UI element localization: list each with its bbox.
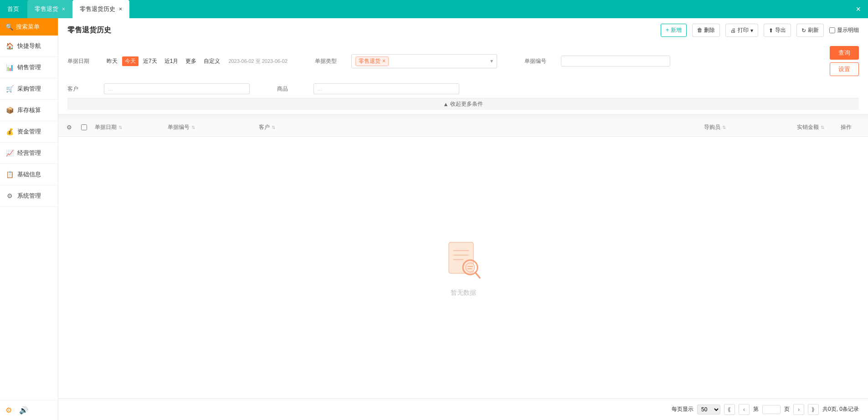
purchase-icon: 🛒 (5, 85, 14, 93)
sidebar-item-finance-label: 资金管理 (17, 128, 41, 136)
page-header: 零售退货历史 + 新增 🗑 删除 🖨 打印 ▾ ⬆ 导出 ↻ (58, 18, 868, 115)
delete-button[interactable]: 🗑 删除 (692, 24, 720, 37)
sidebar-item-quick-nav[interactable]: 🏠 快捷导航 (0, 36, 58, 57)
select-all-checkbox[interactable] (81, 124, 87, 130)
th-amount[interactable]: 实销金额 ⇅ (773, 123, 828, 131)
sidebar-item-quick-nav-label: 快捷导航 (17, 42, 41, 50)
print-label: 打印 (738, 26, 749, 34)
sidebar-item-purchase-mgmt[interactable]: 🛒 采购管理 (0, 78, 58, 100)
sidebar-bottom: ⚙ 🔊 (0, 400, 58, 420)
collapse-btn[interactable]: ▲ 收起更多条件 (67, 98, 859, 110)
sidebar-item-sys-mgmt[interactable]: ⚙ 系统管理 (0, 185, 58, 207)
print-button[interactable]: 🖨 打印 ▾ (725, 24, 758, 37)
display-detail-toggle[interactable]: 显示明细 (829, 26, 859, 34)
settings-icon[interactable]: ⚙ (5, 406, 12, 415)
svg-line-6 (475, 272, 480, 278)
close-all-btn[interactable]: × (856, 5, 861, 14)
display-detail-checkbox[interactable] (829, 27, 835, 33)
billno-input[interactable] (561, 56, 670, 67)
table-area: ⚙ 单据日期 ⇅ 单据编号 ⇅ 客户 ⇅ 导购员 ⇅ (58, 118, 868, 420)
sidebar-item-finance[interactable]: 💰 资金管理 (0, 121, 58, 143)
page-prev-btn[interactable]: ‹ (739, 404, 750, 415)
main-layout: 🔍 搜索菜单 🏠 快捷导航 📊 销售管理 🛒 采购管理 📦 库存核算 💰 资金管… (0, 18, 868, 420)
collapse-label: 收起更多条件 (450, 100, 483, 108)
per-page-label: 每页显示 (672, 405, 693, 413)
th-amount-sort: ⇅ (821, 125, 824, 130)
tab-retail-return-history[interactable]: 零售退货历史 × (72, 0, 129, 18)
tab-retail-return-history-label: 零售退货历史 (80, 5, 115, 13)
sidebar-item-purchase-mgmt-label: 采购管理 (17, 85, 41, 93)
sidebar-item-operations[interactable]: 📈 经营管理 (0, 143, 58, 164)
goods-dots: ... (318, 86, 322, 92)
th-date[interactable]: 单据日期 ⇅ (91, 123, 164, 131)
page-last-btn[interactable]: ⟫ (808, 404, 819, 415)
goods-select[interactable]: ... (313, 83, 459, 94)
date-label: 单据日期 (67, 57, 104, 65)
display-detail-label: 显示明细 (837, 26, 859, 34)
filter-row-2: 客户 ... 商品 ... (67, 80, 859, 98)
date-opt-more[interactable]: 更多 (183, 56, 199, 66)
date-opt-today[interactable]: 今天 (122, 56, 139, 66)
date-range: 2023-06-02 至 2023-06-02 (228, 58, 288, 65)
page-title-row: 零售退货历史 + 新增 🗑 删除 🖨 打印 ▾ ⬆ 导出 ↻ (67, 24, 859, 37)
sidebar-item-sys-mgmt-label: 系统管理 (17, 192, 41, 200)
sidebar-item-operations-label: 经营管理 (17, 149, 41, 157)
sales-icon: 📊 (5, 63, 14, 72)
page-next-btn[interactable]: › (793, 404, 804, 415)
tab-retail-return-label: 零售退货 (35, 5, 58, 13)
type-select[interactable]: 零售退货 × ▾ (351, 54, 497, 68)
new-button[interactable]: + 新增 (661, 24, 686, 37)
th-customer-sort: ⇅ (272, 125, 275, 130)
date-opt-yesterday[interactable]: 昨天 (104, 56, 120, 66)
customer-select[interactable]: ... (104, 83, 250, 94)
total-info: 共0页, 0条记录 (822, 405, 859, 413)
table-select-all[interactable] (77, 124, 91, 130)
print-arrow: ▾ (750, 27, 753, 34)
th-guide-label: 导购员 (704, 123, 720, 131)
th-number[interactable]: 单据编号 ⇅ (164, 123, 255, 131)
page-label: 第 (753, 405, 759, 413)
sidebar-search-label: 搜索菜单 (16, 23, 40, 31)
export-button[interactable]: ⬆ 导出 (764, 24, 791, 37)
th-date-label: 单据日期 (95, 123, 117, 131)
page-input[interactable]: 1 (762, 405, 781, 414)
th-guide[interactable]: 导购员 ⇅ (700, 123, 773, 131)
th-customer[interactable]: 客户 ⇅ (255, 123, 700, 131)
query-button[interactable]: 查询 (830, 46, 859, 60)
type-select-arrow: ▾ (490, 58, 493, 64)
type-tag-close[interactable]: × (382, 58, 385, 64)
th-date-sort: ⇅ (118, 125, 122, 130)
customer-dots: ... (108, 86, 113, 92)
tab-retail-return[interactable]: 零售退货 × (27, 0, 72, 18)
inventory-icon: 📦 (5, 106, 14, 114)
sidebar-item-sales-mgmt[interactable]: 📊 销售管理 (0, 57, 58, 78)
page-first-btn[interactable]: ⟪ (724, 404, 735, 415)
tab-retail-return-close[interactable]: × (62, 6, 65, 12)
page-title: 零售退货历史 (67, 26, 111, 35)
goods-label: 商品 (277, 85, 313, 93)
finance-icon: 💰 (5, 128, 14, 136)
sidebar-search[interactable]: 🔍 搜索菜单 (0, 18, 58, 36)
audio-icon[interactable]: 🔊 (19, 406, 28, 415)
tab-home[interactable]: 首页 (0, 0, 26, 18)
print-icon: 🖨 (730, 27, 736, 34)
tab-retail-return-history-close[interactable]: × (119, 6, 122, 12)
table-header: ⚙ 单据日期 ⇅ 单据编号 ⇅ 客户 ⇅ 导购员 ⇅ (58, 118, 868, 137)
date-opt-custom[interactable]: 自定义 (201, 56, 223, 66)
sidebar-item-base-info[interactable]: 📋 基础信息 (0, 164, 58, 185)
date-opt-7days[interactable]: 近7天 (140, 56, 160, 66)
per-page-select[interactable]: 50 20 100 (697, 405, 720, 415)
export-icon: ⬆ (769, 27, 773, 34)
billno-label: 单据编号 (524, 57, 561, 65)
th-number-sort: ⇅ (191, 125, 195, 130)
empty-text: 暂无数据 (451, 289, 476, 297)
content-area: 零售退货历史 + 新增 🗑 删除 🖨 打印 ▾ ⬆ 导出 ↻ (58, 18, 868, 420)
empty-state: 暂无数据 (58, 137, 868, 398)
setting-button[interactable]: 设置 (830, 62, 859, 76)
sidebar-item-inventory-label: 库存核算 (17, 106, 41, 114)
date-opt-1month[interactable]: 近1月 (162, 56, 181, 66)
sidebar-item-inventory[interactable]: 📦 库存核算 (0, 100, 58, 121)
table-gear-btn[interactable]: ⚙ (62, 124, 77, 131)
th-customer-label: 客户 (259, 123, 270, 131)
refresh-button[interactable]: ↻ 刷新 (796, 24, 824, 37)
